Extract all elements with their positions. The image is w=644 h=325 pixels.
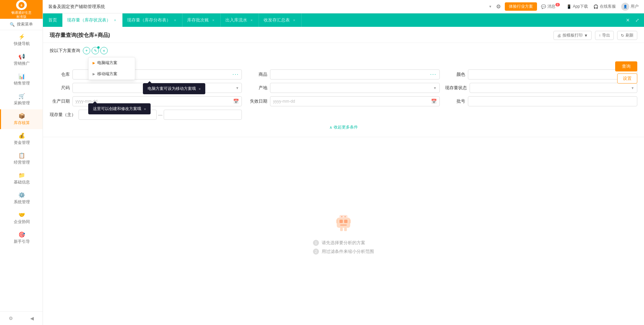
sidebar-item-marketing[interactable]: 📢 营销推广 <box>0 50 43 70</box>
top-actions: 💬 消息 8 📱 App下载 🎧 在线客服 👤 用户 <box>541 3 639 11</box>
expire-date-cal-icon: 📅 <box>431 99 437 104</box>
tab-close-all-btn[interactable]: ✕ <box>624 17 632 23</box>
tab-stock-status-close[interactable]: × <box>113 18 117 22</box>
user-btn[interactable]: 👤 用户 <box>621 3 639 11</box>
btn-template-print[interactable]: 🖨 按模板打印 ▼ <box>553 31 592 40</box>
tab-summary-close[interactable]: × <box>292 18 297 22</box>
sidebar-settings-btn[interactable]: ⚙ <box>6 314 16 322</box>
sidebar-search[interactable]: 🔍 搜索菜单 <box>0 19 43 30</box>
tab-stock-dist[interactable]: 现存量（库存分布表） × <box>122 13 182 27</box>
sidebar-item-guide[interactable]: 🎯 新手引导 <box>0 228 43 248</box>
tab-batch[interactable]: 库存批次账 × <box>182 13 221 27</box>
tab-in-out[interactable]: 出入库流水 × <box>221 13 259 27</box>
btn-reset[interactable]: 设置 <box>617 73 637 84</box>
search-icon: 🔍 <box>10 22 15 27</box>
sidebar-item-purchase[interactable]: 🛒 采购管理 <box>0 90 43 109</box>
app-download-btn[interactable]: 📱 App下载 <box>567 4 588 9</box>
filter-origin: 产地 ▼ <box>247 83 439 93</box>
sidebar-bottom: ⚙ ◀ <box>0 311 43 325</box>
goods-select[interactable]: ··· <box>270 69 439 79</box>
stock-status-label: 现存量状态 <box>445 85 467 91</box>
tooltip2-close[interactable]: × <box>144 107 146 111</box>
sales-label: 销售管理 <box>14 80 30 86</box>
filter-collapse-btn[interactable]: ∧ 收起更多条件 <box>50 122 637 133</box>
btn-export[interactable]: ↑ 导出 <box>595 31 614 40</box>
stock-status-arrow: ▼ <box>631 86 634 90</box>
sidebar-item-sales[interactable]: 📊 销售管理 <box>0 70 43 90</box>
scheme-mobile[interactable]: ▶ 移动端方案 <box>89 68 135 79</box>
btn-search[interactable]: 查询 <box>615 61 637 71</box>
batch-input[interactable] <box>468 96 637 106</box>
goods-more-icon[interactable]: ··· <box>430 71 436 77</box>
empty-tips: 1 请先选择要分析的方案 2 用过滤条件来缩小分析范围 <box>313 240 374 255</box>
filter-add-btn[interactable]: + <box>83 47 90 54</box>
operations-label: 经营管理 <box>14 160 30 165</box>
tab-home[interactable]: 首页 <box>43 13 62 27</box>
filter-expire-date: 失效日期 yyyy-mm-dd 📅 <box>247 96 439 106</box>
origin-select[interactable]: ▼ <box>270 83 439 93</box>
size-label: 尺码 <box>50 85 70 91</box>
tab-stock-dist-close[interactable]: × <box>173 18 177 22</box>
sidebar-item-finance[interactable]: 💰 资金管理 <box>0 129 43 149</box>
sidebar-item-inventory[interactable]: 📦 库存核算 <box>0 109 43 129</box>
tab-summary-label: 收发存汇总表 <box>264 17 290 23</box>
purchase-label: 采购管理 <box>14 100 30 106</box>
print-dropdown-arrow[interactable]: ▼ <box>584 33 588 38</box>
sidebar-item-basic[interactable]: 📁 基础信息 <box>0 169 43 188</box>
btn-refresh[interactable]: ↻ 刷新 <box>617 31 637 40</box>
page-content: 现存量查询(按仓库+商品) 🖨 按模板打印 ▼ ↑ 导出 ↻ 刷新 <box>43 27 644 325</box>
industry-btn[interactable]: 体验行业方案 <box>505 2 537 11</box>
app-logo-icon: 6 <box>16 0 27 10</box>
expire-date-label: 失效日期 <box>247 98 267 104</box>
tab-summary[interactable]: 收发存汇总表 × <box>259 13 302 27</box>
tab-expand-btn[interactable]: ⤢ <box>633 17 641 23</box>
svg-point-11 <box>341 216 342 217</box>
tab-in-out-label: 出入库流水 <box>225 17 247 23</box>
stock-qty-to[interactable] <box>164 110 242 120</box>
warehouse-more-icon[interactable]: ··· <box>232 71 239 77</box>
sidebar-item-system[interactable]: ⚙️ 系统管理 <box>0 188 43 208</box>
phone-icon: 📱 <box>567 4 572 9</box>
scheme-mobile-label: 移动端方案 <box>97 71 117 77</box>
filter-back-btn[interactable]: « <box>100 47 108 54</box>
sidebar-collapse-btn[interactable]: ◀ <box>28 314 37 322</box>
expire-date-input[interactable]: yyyy-mm-dd 📅 <box>270 96 439 106</box>
active-scheme-row: ▶ 电脑端方案 <box>50 58 637 66</box>
filter-label: 按以下方案查询 <box>50 48 80 54</box>
app-download-label: App下载 <box>573 4 588 9</box>
tab-in-out-close[interactable]: × <box>249 18 254 22</box>
settings-icon[interactable]: ⚙ <box>496 3 501 10</box>
empty-illustration <box>330 208 357 234</box>
stock-status-select[interactable]: ▼ <box>470 83 637 93</box>
tab-stock-dist-label: 现存量（库存分布表） <box>127 17 171 23</box>
collapse-icon: ∧ <box>329 125 332 130</box>
notifications-btn[interactable]: 💬 消息 8 <box>541 4 561 9</box>
system-dropdown-arrow[interactable]: ▼ <box>489 5 492 8</box>
quick-label: 快捷导航 <box>14 41 30 47</box>
origin-arrow: ▼ <box>433 86 437 90</box>
basic-icon: 📁 <box>18 172 25 178</box>
tab-stock-status[interactable]: 现存量（库存状况表） × <box>62 13 122 27</box>
tooltip-pc-to-mobile: 电脑方案可设为移动方案哦 × <box>143 83 205 94</box>
page-header: 现存量查询(按仓库+商品) 🖨 按模板打印 ▼ ↑ 导出 ↻ 刷新 <box>43 27 644 43</box>
svg-rect-10 <box>339 215 347 218</box>
color-select[interactable]: ▼ <box>468 69 637 79</box>
page-title: 现存量查询(按仓库+商品) <box>50 32 110 39</box>
quick-icon: ⚡ <box>18 34 25 40</box>
online-support-btn[interactable]: 🎧 在线客服 <box>593 4 616 9</box>
tooltip1-close[interactable]: × <box>199 87 201 91</box>
svg-rect-8 <box>340 228 343 231</box>
sidebar-item-quick[interactable]: ⚡ 快捷导航 <box>0 30 43 50</box>
scheme-pc[interactable]: ▶ 电脑端方案 <box>89 57 135 68</box>
filter-edit-btn[interactable]: ✎ <box>92 47 99 54</box>
print-label: 按模板打印 <box>562 33 583 38</box>
scheme-panel: ▶ 电脑端方案 ▶ 移动端方案 <box>88 57 135 80</box>
tip2-text: 用过滤条件来缩小分析范围 <box>322 249 374 255</box>
basic-label: 基础信息 <box>14 179 30 185</box>
sidebar-item-operations[interactable]: 📋 经营管理 <box>0 149 43 169</box>
tab-batch-close[interactable]: × <box>211 18 216 22</box>
notification-badge: 8 <box>555 3 560 6</box>
export-icon: ↑ <box>599 33 601 38</box>
sidebar-item-enterprise[interactable]: 🤝 企业协同 <box>0 208 43 228</box>
filter-batch: 批号 <box>445 96 637 106</box>
